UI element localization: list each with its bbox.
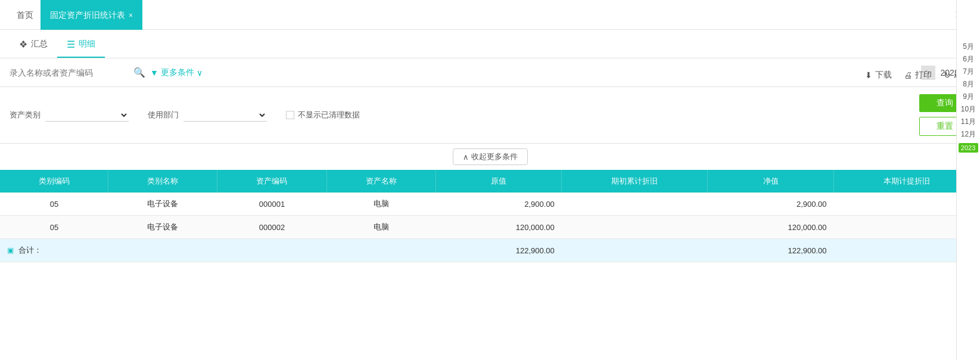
department-select[interactable] <box>183 108 267 122</box>
cell-net-value: 120,000.00 <box>708 216 834 239</box>
col-asset-code: 资产编码 <box>217 170 326 193</box>
more-filter-button[interactable]: ▼ 更多条件 ∨ <box>150 67 203 78</box>
cell-original-value: 2,900.00 <box>435 193 562 216</box>
table-header-row: 类别编码 类别名称 资产编码 资产名称 原值 期初累计折旧 净值 本期计提折旧 <box>0 170 980 193</box>
collapse-button[interactable]: ∧ 收起更多条件 <box>453 148 528 165</box>
cell-asset-name: 电脑 <box>326 193 435 216</box>
download-button[interactable]: ⬇ 下载 <box>865 70 892 80</box>
total-net-value: 122,900.00 <box>708 239 834 262</box>
download-label: 下载 <box>875 70 892 80</box>
collapse-label: 收起更多条件 <box>471 151 518 162</box>
asset-category-select[interactable] <box>45 108 129 122</box>
print-button[interactable]: 🖨 打印 <box>904 70 932 80</box>
filter-icon: ▼ <box>150 68 158 77</box>
hide-cleared-checkbox-label[interactable]: 不显示已清理数据 <box>286 110 360 120</box>
month-item[interactable]: 8月 <box>959 78 978 91</box>
month-item[interactable]: 7月 <box>959 66 978 78</box>
toolbar: ⬇ 下载 🖨 打印 ↻ 刷新 <box>865 61 970 89</box>
data-table: 类别编码 类别名称 资产编码 资产名称 原值 期初累计折旧 净值 本期计提折旧 … <box>0 170 980 262</box>
month-item[interactable]: 11月 <box>959 116 978 128</box>
cell-category-code: 05 <box>0 216 108 239</box>
cell-asset-code: 000002 <box>217 216 326 239</box>
print-icon: 🖨 <box>904 70 912 80</box>
cell-net-value: 2,900.00 <box>708 193 834 216</box>
tab-summary-label: 汇总 <box>31 39 48 49</box>
month-item[interactable]: 6月 <box>959 53 978 66</box>
cell-asset-code: 000001 <box>217 193 326 216</box>
table-container: 类别编码 类别名称 资产编码 资产名称 原值 期初累计折旧 净值 本期计提折旧 … <box>0 170 980 360</box>
asset-category-field: 资产类别 <box>10 108 129 122</box>
total-row: ▣ 合计： 122,900.00 122,900.00 <box>0 239 980 262</box>
right-panel: 5月6月7月8月9月10月11月12月2023 <box>956 0 980 360</box>
month-item[interactable]: 9月 <box>959 91 978 103</box>
tab-detail[interactable]: ☰ 明细 <box>57 32 105 58</box>
col-category-code: 类别编码 <box>0 170 108 193</box>
search-bar: 🔍 ▼ 更多条件 ∨ › 2023.01 <box>0 58 980 87</box>
home-nav-item[interactable]: 首页 <box>10 0 41 30</box>
department-label: 使用部门 <box>148 110 179 120</box>
chevron-down-icon: ∨ <box>197 68 203 77</box>
tab-bar: ❖ 汇总 ☰ 明细 <box>0 30 980 58</box>
tab-detail-label: 明细 <box>79 39 95 49</box>
month-item[interactable]: 5月 <box>959 41 978 53</box>
col-accumulated-depreciation: 期初累计折旧 <box>562 170 708 193</box>
year-badge[interactable]: 2023 <box>959 143 978 153</box>
top-navigation: 首页 固定资产折旧统计表 × ✕ <box>0 0 980 30</box>
hide-cleared-label: 不显示已清理数据 <box>298 110 360 120</box>
tabs-toolbar-container: ❖ 汇总 ☰ 明细 ⬇ 下载 🖨 打印 ↻ 刷新 <box>0 30 980 58</box>
total-asset-name <box>326 239 435 262</box>
cell-accumulated-depreciation <box>562 193 708 216</box>
search-icon[interactable]: 🔍 <box>133 67 145 78</box>
chevron-up-icon: ∧ <box>463 153 469 162</box>
cell-category-code: 05 <box>0 193 108 216</box>
detail-icon: ☰ <box>67 39 75 50</box>
cell-accumulated-depreciation <box>562 216 708 239</box>
table-row[interactable]: 05 电子设备 000001 电脑 2,900.00 2,900.00 <box>0 193 980 216</box>
cell-category-name: 电子设备 <box>108 193 217 216</box>
active-tab[interactable]: 固定资产折旧统计表 × <box>41 0 142 30</box>
total-label-cell: ▣ 合计： <box>0 239 217 262</box>
col-asset-name: 资产名称 <box>326 170 435 193</box>
refresh-icon: ↻ <box>944 70 951 80</box>
tab-close-icon[interactable]: × <box>129 11 133 20</box>
download-icon: ⬇ <box>865 70 872 80</box>
print-label: 打印 <box>915 70 932 80</box>
table-row[interactable]: 05 电子设备 000002 电脑 120,000.00 120,000.00 <box>0 216 980 239</box>
month-scroll: 5月6月7月8月9月10月11月12月2023 <box>959 41 978 153</box>
filter-row: 资产类别 使用部门 不显示已清理数据 查询 重置 <box>10 94 970 136</box>
total-label: 合计： <box>18 246 42 255</box>
asset-category-label: 资产类别 <box>10 110 41 120</box>
hide-cleared-checkbox[interactable] <box>286 111 294 119</box>
department-field: 使用部门 <box>148 108 267 122</box>
filter-panel: 资产类别 使用部门 不显示已清理数据 查询 重置 <box>0 87 980 144</box>
total-accumulated-depreciation <box>562 239 708 262</box>
cell-category-name: 电子设备 <box>108 216 217 239</box>
tab-label: 固定资产折旧统计表 <box>50 10 125 21</box>
col-category-name: 类别名称 <box>108 170 217 193</box>
total-asset-code <box>217 239 326 262</box>
cell-original-value: 120,000.00 <box>435 216 562 239</box>
search-input[interactable] <box>10 68 129 77</box>
collapse-row: ∧ 收起更多条件 <box>0 144 980 170</box>
total-original-value: 122,900.00 <box>435 239 562 262</box>
tab-summary[interactable]: ❖ 汇总 <box>10 32 57 58</box>
cell-asset-name: 电脑 <box>326 216 435 239</box>
col-original-value: 原值 <box>435 170 562 193</box>
col-net-value: 净值 <box>708 170 834 193</box>
summary-icon: ❖ <box>19 39 27 50</box>
month-item[interactable]: 10月 <box>959 103 978 116</box>
total-icon: ▣ <box>7 246 14 255</box>
more-filter-label: 更多条件 <box>161 67 194 78</box>
month-item[interactable]: 12月 <box>959 128 978 141</box>
